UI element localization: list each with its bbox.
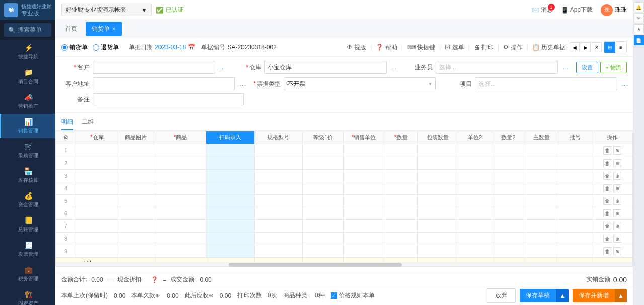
row-unit-4[interactable] [343,182,384,195]
row-entry-1[interactable] [206,144,255,157]
calendar-icon[interactable]: 📅 [188,44,195,51]
tab-close-icon[interactable]: ✕ [112,26,116,32]
row-qty2-5[interactable] [492,195,525,207]
row-product-2[interactable] [154,157,206,170]
address-more[interactable]: ... [240,81,245,87]
row-entry-4[interactable] [206,182,255,195]
row-main-9[interactable] [525,245,558,258]
row-delete-9[interactable]: 🗑 [603,247,611,255]
row-qty-5[interactable] [384,195,418,207]
row-product-8[interactable] [154,233,206,245]
row-product-1[interactable] [154,144,206,157]
right-btn-1[interactable]: 🔔 [634,2,644,12]
sidebar-item-sales[interactable]: 📊 销售管理 [0,114,55,138]
row-warehouse-5[interactable] [76,195,117,207]
history-action[interactable]: 📋 历史单据 [530,42,568,53]
row-entry-9[interactable] [206,245,255,258]
tab-sales-order[interactable]: 销货单 ✕ [86,22,122,36]
view-action[interactable]: 👁 视版 [345,42,368,53]
row-pack-4[interactable] [418,182,458,195]
row-unit2-9[interactable] [458,245,492,258]
row-spec-6[interactable] [255,207,303,220]
sidebar-item-tax[interactable]: 💼 税务管理 [0,262,55,286]
row-delete-2[interactable]: 🗑 [603,159,611,167]
radio-sales-order[interactable]: 销货单 [61,43,88,52]
row-unit-8[interactable] [343,233,384,245]
next-arrow[interactable]: ▶ [581,42,591,52]
radio-return-order[interactable]: 退货单 [93,43,119,52]
tab-detail[interactable]: 明细 [61,116,73,130]
project-more[interactable]: ... [622,81,627,87]
sidebar-item-fixed[interactable]: 🏗️ 固定资产 [0,286,55,305]
settings-button[interactable]: 设置 [576,62,598,73]
row-spec-7[interactable] [255,220,303,233]
sidebar-item-accounting[interactable]: 📒 总账管理 [0,212,55,237]
row-qty-2[interactable] [384,157,418,170]
row-batch-1[interactable] [558,144,592,157]
row-batch-7[interactable] [558,220,592,233]
row-batch-6[interactable] [558,207,592,220]
remark-input[interactable] [93,93,244,105]
row-main-7[interactable] [525,220,558,233]
address-input[interactable] [93,77,235,90]
project-input[interactable]: 选择... [475,77,617,90]
row-qty2-8[interactable] [492,233,525,245]
row-pack-9[interactable] [418,245,458,258]
row-pack-3[interactable] [418,170,458,182]
row-warehouse-3[interactable] [76,170,117,182]
row-product-5[interactable] [154,195,206,207]
row-spec-4[interactable] [255,182,303,195]
row-qty-1[interactable] [384,144,418,157]
row-copy-2[interactable]: ⊕ [613,159,621,167]
row-copy-7[interactable]: ⊕ [613,222,621,230]
list-view-btn[interactable]: ≡ [615,42,626,53]
help-icon[interactable]: ❓ [151,276,158,283]
row-copy-1[interactable]: ⊕ [613,146,621,155]
row-copy-4[interactable]: ⊕ [613,184,621,192]
salesperson-more[interactable]: ... [563,64,568,70]
sidebar-item-capital[interactable]: 💰 资金管理 [0,188,55,212]
table-container[interactable]: ⚙ *仓库 商品图片 *商品 扫码录入 规格型号 等级1价 [55,131,633,262]
row-qty-8[interactable] [384,233,418,245]
price-check[interactable]: ✓ 价格规则本单 [331,291,375,300]
row-qty2-1[interactable] [492,144,525,157]
row-grade-1[interactable] [302,144,343,157]
table-scrollbar[interactable] [55,262,633,267]
shortcut-action[interactable]: ⌨ 快捷键 [405,42,437,53]
row-batch-8[interactable] [558,233,592,245]
row-unit2-6[interactable] [458,207,492,220]
row-grade-4[interactable] [302,182,343,195]
grid-view-btn[interactable]: ⊞ [604,42,615,53]
warehouse-input[interactable]: 小宝仓库 [264,61,387,74]
row-entry-8[interactable] [206,233,255,245]
row-spec-9[interactable] [255,245,303,258]
row-unit2-1[interactable] [458,144,492,157]
company-selector[interactable]: 好业财专业版演示帐套 ▼ [61,4,152,16]
row-warehouse-8[interactable] [76,233,117,245]
row-grade-8[interactable] [302,233,343,245]
sidebar-item-quick[interactable]: ⚡ 快捷导航 [0,40,55,64]
right-btn-active[interactable]: 📄 [634,35,644,45]
row-qty-7[interactable] [384,220,418,233]
draft-dropdown-button[interactable]: ▲ [556,289,569,302]
row-pack-1[interactable] [418,144,458,157]
row-qty2-7[interactable] [492,220,525,233]
row-copy-3[interactable]: ⊕ [613,172,621,180]
tab-home[interactable]: 首页 [59,22,84,36]
row-qty-6[interactable] [384,207,418,220]
row-qty-9[interactable] [384,245,418,258]
row-delete-4[interactable]: 🗑 [603,184,611,192]
row-qty2-2[interactable] [492,157,525,170]
row-main-3[interactable] [525,170,558,182]
row-main-4[interactable] [525,182,558,195]
warehouse-more[interactable]: ... [392,64,396,70]
row-product-9[interactable] [154,245,206,258]
row-pack-7[interactable] [418,220,458,233]
row-main-5[interactable] [525,195,558,207]
row-pack-2[interactable] [418,157,458,170]
row-main-8[interactable] [525,233,558,245]
row-product-7[interactable] [154,220,206,233]
save-new-button[interactable]: 保存并新增 [573,289,615,302]
row-entry-6[interactable] [206,207,255,220]
row-delete-1[interactable]: 🗑 [603,146,611,155]
